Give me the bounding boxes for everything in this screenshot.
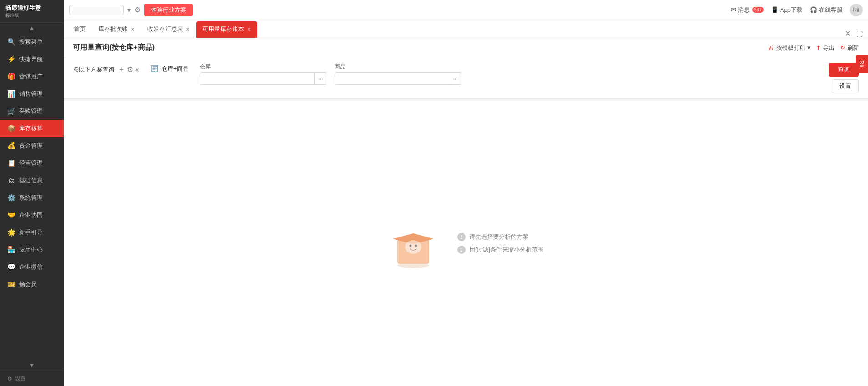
empty-illustration [388,216,443,271]
filter-field-warehouse: 仓库 ··· [200,63,327,85]
tab-batch-ledger[interactable]: 库存批次账 ✕ [92,21,141,38]
message-icon: ✉ [731,6,736,13]
tab-collect-ledger[interactable]: 收发存汇总表 ✕ [141,21,196,38]
online-service-label: 在线客服 [819,6,843,14]
sidebar-scroll-up[interactable]: ▲ [0,23,64,33]
warehouse-input[interactable] [200,73,315,84]
settings-button[interactable]: 设置 [832,79,859,93]
sidebar-item-search[interactable]: 🔍 搜索菜单 [0,33,64,51]
filter-fields: 仓库 ··· 商品 ··· [200,63,822,85]
phone-icon: 📱 [771,6,778,13]
tab-home-label: 首页 [74,25,86,33]
headset-icon: 🎧 [810,6,817,13]
app-download-btn[interactable]: 📱 App下载 [771,6,802,14]
sidebar-item-label: 经营管理 [19,159,43,167]
sidebar-item-label: 基础信息 [19,176,43,185]
refresh-icon: ↻ [840,44,845,51]
gear-icon: ⚙ [134,6,141,14]
header-right: ✉ 消息 99+ 📱 App下载 🎧 在线客服 Rit [731,4,863,16]
sidebar-item-label: 畅会员 [19,280,37,288]
user-avatar[interactable]: Rit [850,4,863,16]
empty-tip-1: 1 请先选择要分析的方案 [457,233,543,241]
page-title-actions: 🖨 按模板打印 ▾ ⬆ 导出 ↻ 刷新 [768,44,859,52]
sidebar-item-basic[interactable]: 🗂 基础信息 [0,172,64,189]
sidebar-item-label: 企业协同 [19,211,43,219]
empty-svg [388,216,443,271]
sidebar-item-marketing[interactable]: 🎁 营销推广 [0,68,64,85]
print-icon: 🖨 [768,44,774,51]
filter-btns: ＋ ⚙ « [118,63,139,74]
scheme-label: 仓库+商品 [162,65,189,73]
sidebar-item-guide[interactable]: 🌟 新手引导 [0,224,64,241]
sales-icon: 📊 [7,90,15,98]
sidebar-item-sales[interactable]: 📊 销售管理 [0,85,64,103]
tip-text-1: 请先选择要分析的方案 [469,233,528,241]
warehouse-more-btn[interactable]: ··· [314,73,326,84]
sidebar-scroll-down[interactable]: ▼ [0,360,64,371]
filter-scheme-label: 按以下方案查询 [73,63,114,74]
refresh-label: 刷新 [847,44,859,52]
sidebar-settings-label: 设置 [15,375,26,382]
operation-icon: 📋 [7,159,15,167]
online-service-btn[interactable]: 🎧 在线客服 [810,6,843,14]
sidebar-item-system[interactable]: ⚙️ 系统管理 [0,189,64,206]
tab-maximize-btn[interactable]: ⛶ [854,31,864,38]
goods-input[interactable] [335,73,449,84]
sidebar-item-member[interactable]: 🎫 畅会员 [0,276,64,293]
gear-button[interactable]: ⚙ [134,5,141,14]
wechat-icon: 💬 [7,263,15,271]
breadcrumb-input[interactable] [69,5,124,15]
page-title: 可用量查询(按仓库+商品) [73,43,155,52]
filter-settings-btn[interactable]: ⚙ [127,65,133,74]
filter-add-btn[interactable]: ＋ [118,65,125,74]
chevron-down-btn[interactable]: ▾ [127,6,131,14]
refresh-btn[interactable]: ↻ 刷新 [840,44,859,52]
sidebar-item-label: 营销推广 [19,72,43,81]
sidebar-item-wechat[interactable]: 💬 企业微信 [0,258,64,276]
sidebar-item-label: 系统管理 [19,194,43,202]
tab-close-icon[interactable]: ✕ [186,26,190,32]
settings-icon: ⚙ [7,376,12,382]
appstore-icon: 🏪 [7,246,15,254]
sidebar-item-label: 搜索菜单 [19,38,43,46]
empty-tips: 1 请先选择要分析的方案 2 用[过滤]条件来缩小分析范围 [457,233,543,254]
guide-icon: 🌟 [7,228,15,237]
message-btn[interactable]: ✉ 消息 99+ [731,6,764,14]
query-area: 按以下方案查询 ＋ ⚙ « 🔄 仓库+商品 仓库 ··· [64,57,868,99]
sidebar-item-appstore[interactable]: 🏪 应用中心 [0,241,64,258]
tab-home[interactable]: 首页 [67,21,92,38]
system-icon: ⚙️ [7,194,15,202]
scheme-item-warehouse-goods[interactable]: 🔄 仓库+商品 [147,63,193,75]
sidebar-item-purchase[interactable]: 🛒 采购管理 [0,103,64,120]
sidebar-item-finance[interactable]: 💰 资金管理 [0,137,64,154]
sidebar-item-label: 资金管理 [19,142,43,150]
sidebar-item-label: 采购管理 [19,107,43,115]
page-content: 可用量查询(按仓库+商品) 🖨 按模板打印 ▾ ⬆ 导出 ↻ 刷新 [64,38,868,386]
experience-btn[interactable]: 体验行业方案 [144,4,193,16]
sidebar-item-inventory[interactable]: 📦 库存核算 [0,120,64,137]
page-title-bar: 可用量查询(按仓库+商品) 🖨 按模板打印 ▾ ⬆ 导出 ↻ 刷新 [64,38,868,57]
tab-available-ledger[interactable]: 可用量库存账本 ✕ [196,21,257,38]
sidebar-item-operation[interactable]: 📋 经营管理 [0,154,64,172]
chevron-down-icon: ▾ [127,6,131,14]
sidebar-logo: 畅康通好生意 标准版 [0,0,64,23]
scheme-icon: 🔄 [150,65,159,73]
print-btn[interactable]: 🖨 按模板打印 ▾ [768,44,811,52]
tab-close-all-btn[interactable]: ✕ [841,29,854,38]
logo-title: 畅康通好生意 [5,5,58,12]
sidebar-item-enterprise[interactable]: 🤝 企业协同 [0,206,64,224]
empty-state: 1 请先选择要分析的方案 2 用[过滤]条件来缩小分析范围 [64,101,868,386]
tab-close-icon[interactable]: ✕ [131,26,135,32]
filter-collapse-btn[interactable]: « [135,65,139,74]
empty-tip-2: 2 用[过滤]条件来缩小分析范围 [457,246,543,254]
app-download-label: App下载 [780,6,802,14]
export-icon: ⬆ [816,44,821,51]
export-btn[interactable]: ⬆ 导出 [816,44,835,52]
query-button[interactable]: 查询 [829,63,859,77]
tab-close-icon[interactable]: ✕ [247,26,251,32]
goods-more-btn[interactable]: ··· [449,73,461,84]
sidebar-item-quick-nav[interactable]: ⚡ 快捷导航 [0,51,64,68]
filter-section: 按以下方案查询 ＋ ⚙ « [73,63,139,74]
rit-side-label[interactable]: Rit [856,55,868,73]
goods-field-label: 商品 [335,63,462,71]
